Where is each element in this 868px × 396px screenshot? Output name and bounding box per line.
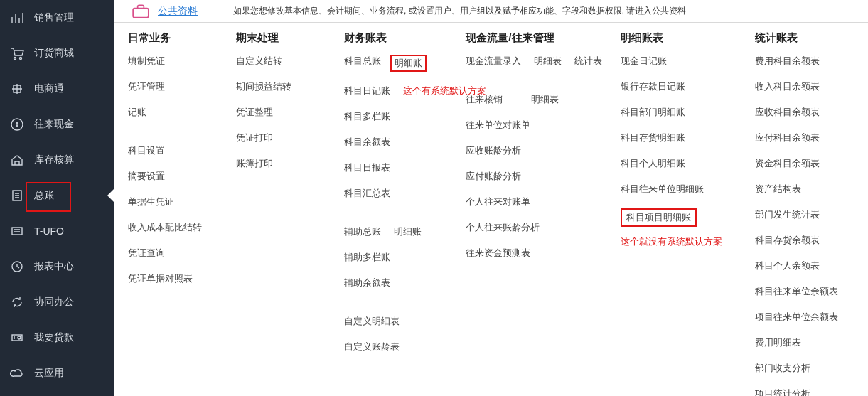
menu-row: 往来核销 明细表 [466, 93, 597, 106]
sidebar-item-label: 总账 [34, 189, 54, 202]
menu-item[interactable]: 科目多栏账 [344, 110, 443, 123]
refresh-icon [10, 295, 24, 309]
menu-item[interactable]: 期间损益结转 [236, 80, 321, 93]
menu-item[interactable]: 收入成本配比结转 [128, 221, 213, 234]
menu-item[interactable]: 科目存货明细账 [621, 132, 732, 144]
menu-item[interactable]: 凭证打印 [236, 132, 321, 144]
briefcase-icon [131, 3, 151, 20]
sidebar-item-general-ledger[interactable]: 总账 [0, 178, 114, 213]
sidebar-item-label: 我要贷款 [34, 331, 74, 344]
menu-item[interactable]: 费用明细表 [755, 336, 854, 349]
menu-item[interactable]: 项目往来单位余额表 [755, 311, 854, 323]
menu-item[interactable]: 自定义明细表 [344, 315, 443, 328]
sidebar-item-label: 协同办公 [34, 296, 74, 309]
menu-item[interactable]: 科目存货余额表 [755, 234, 854, 247]
menu-item[interactable]: 科目总账 [344, 55, 381, 72]
sidebar-item-collab[interactable]: 协同办公 [0, 284, 114, 320]
menu-item[interactable]: 应收账龄分析 [466, 144, 597, 157]
menu-item[interactable]: 凭证管理 [128, 80, 213, 93]
menu-item[interactable]: 部门发生统计表 [755, 208, 854, 221]
menu-item[interactable]: 凭证整理 [236, 106, 321, 119]
menu-item[interactable]: 填制凭证 [128, 55, 213, 68]
col-title: 明细账表 [621, 31, 732, 45]
menu-item[interactable]: 现金日记账 [621, 55, 732, 68]
public-data-link[interactable]: 公共资料 [158, 5, 198, 18]
sidebar-item-sales[interactable]: 销售管理 [0, 0, 114, 36]
menu-item[interactable]: 资金科目余额表 [755, 157, 854, 170]
svg-rect-8 [133, 8, 149, 17]
menu-item[interactable]: 资产结构表 [755, 183, 854, 196]
menu-item[interactable]: 明细表 [531, 93, 559, 106]
menu-item[interactable]: 辅助多栏账 [344, 251, 443, 264]
sidebar-item-cloud[interactable]: 云应用 [0, 355, 114, 391]
menu-item-project-detail[interactable]: 科目项目明细账 [621, 208, 732, 227]
sidebar-item-label: 往来现金 [34, 118, 74, 131]
menu-item[interactable]: 部门收支分析 [755, 362, 854, 375]
menu-item[interactable]: 明细账 [394, 225, 422, 238]
menu-item[interactable]: 科目余额表 [344, 136, 443, 149]
ledger-icon [10, 188, 24, 203]
menu-item[interactable]: 明细表 [534, 55, 562, 68]
sidebar-item-label: 库存核算 [34, 154, 74, 166]
sidebar-item-order-mall[interactable]: 订货商城 [0, 36, 114, 71]
menu-item[interactable]: 自定义结转 [236, 55, 321, 68]
menu-item[interactable]: 科目设置 [128, 144, 213, 157]
svg-point-0 [14, 58, 16, 60]
menu-item[interactable]: 单据生凭证 [128, 196, 213, 208]
menu-item[interactable]: 应付账龄分析 [466, 170, 597, 183]
menu-item[interactable]: 个人往来账龄分析 [466, 221, 597, 234]
sidebar-item-tufo[interactable]: T-UFO [0, 213, 114, 249]
menu-item[interactable]: 科目日报表 [344, 161, 443, 174]
menu-item[interactable]: 应收科目余额表 [755, 106, 854, 119]
menu-item[interactable]: 记账 [128, 106, 213, 119]
sidebar-item-cash[interactable]: 往来现金 [0, 107, 114, 142]
menu-item[interactable]: 个人往来对账单 [466, 196, 597, 208]
menu-item[interactable]: 辅助余额表 [344, 277, 443, 289]
menu-row: 辅助总账 明细账 [344, 225, 443, 238]
annotation-text: 这个就没有系统默认方案 [621, 235, 732, 248]
cart-icon [10, 46, 24, 60]
menu-item[interactable]: 收入科目余额表 [755, 80, 854, 93]
menu-item[interactable]: 银行存款日记账 [621, 80, 732, 93]
menu-item[interactable]: 辅助总账 [344, 225, 381, 238]
menu-item[interactable]: 科目个人余额表 [755, 259, 854, 272]
menu-item[interactable]: 科目往来单位明细账 [621, 183, 732, 196]
menu-item[interactable]: 科目日记账 [344, 85, 390, 97]
menu-item[interactable]: 科目往来单位余额表 [755, 285, 854, 298]
menu-item[interactable]: 自定义账龄表 [344, 341, 443, 353]
menu-item[interactable]: 往来核销 [466, 93, 503, 106]
menu-row: 现金流量录入 明细表 统计表 [466, 55, 597, 68]
menu-item[interactable]: 凭证查询 [128, 247, 213, 259]
mega-menu-panel: 日常业务 填制凭证 凭证管理 记账 科目设置 摘要设置 单据生凭证 收入成本配比… [114, 23, 868, 396]
menu-col-daily: 日常业务 填制凭证 凭证管理 记账 科目设置 摘要设置 单据生凭证 收入成本配比… [128, 31, 213, 387]
menu-item[interactable]: 往来单位对账单 [466, 119, 597, 132]
col-title: 现金流量/往来管理 [466, 31, 597, 45]
sidebar-item-ecommerce[interactable]: 电商通 [0, 71, 114, 107]
sidebar-item-report-center[interactable]: 报表中心 [0, 249, 114, 284]
sidebar-item-label: 订货商城 [34, 47, 74, 60]
menu-item[interactable]: 摘要设置 [128, 170, 213, 183]
menu-item[interactable]: 科目部门明细账 [621, 106, 732, 119]
col-title: 统计账表 [755, 31, 854, 45]
menu-col-stats: 统计账表 费用科目余额表 收入科目余额表 应收科目余额表 应付科目余额表 资金科… [755, 31, 854, 387]
ecommerce-icon [10, 82, 24, 96]
menu-item[interactable]: 应付科目余额表 [755, 132, 854, 144]
sidebar: 销售管理 订货商城 电商通 往来现金 库存核算 总账 T-UFO 报表中心 协同… [0, 0, 114, 396]
sidebar-item-label: 销售管理 [34, 11, 74, 24]
menu-item-detail-ledger[interactable]: 明细账 [390, 55, 427, 72]
menu-col-cashflow: 现金流量/往来管理 现金流量录入 明细表 统计表 往来核销 明细表 往来单位对账… [466, 31, 597, 387]
menu-item[interactable]: 往来资金预测表 [466, 247, 597, 259]
sidebar-item-inventory[interactable]: 库存核算 [0, 142, 114, 178]
menu-item[interactable]: 统计表 [574, 55, 602, 68]
sidebar-item-label: 报表中心 [34, 260, 74, 273]
menu-item[interactable]: 科目个人明细账 [621, 157, 732, 170]
menu-item[interactable]: 账簿打印 [236, 157, 321, 170]
menu-col-detail: 明细账表 现金日记账 银行存款日记账 科目部门明细账 科目存货明细账 科目个人明… [621, 31, 732, 387]
svg-point-7 [18, 336, 21, 339]
menu-item[interactable]: 凭证单据对照表 [128, 272, 213, 285]
menu-item[interactable]: 现金流量录入 [466, 55, 521, 68]
menu-item[interactable]: 费用科目余额表 [755, 55, 854, 68]
menu-item[interactable]: 科目汇总表 [344, 187, 443, 200]
sidebar-item-loan[interactable]: 我要贷款 [0, 320, 114, 355]
menu-item[interactable]: 项目统计分析 [755, 387, 854, 396]
